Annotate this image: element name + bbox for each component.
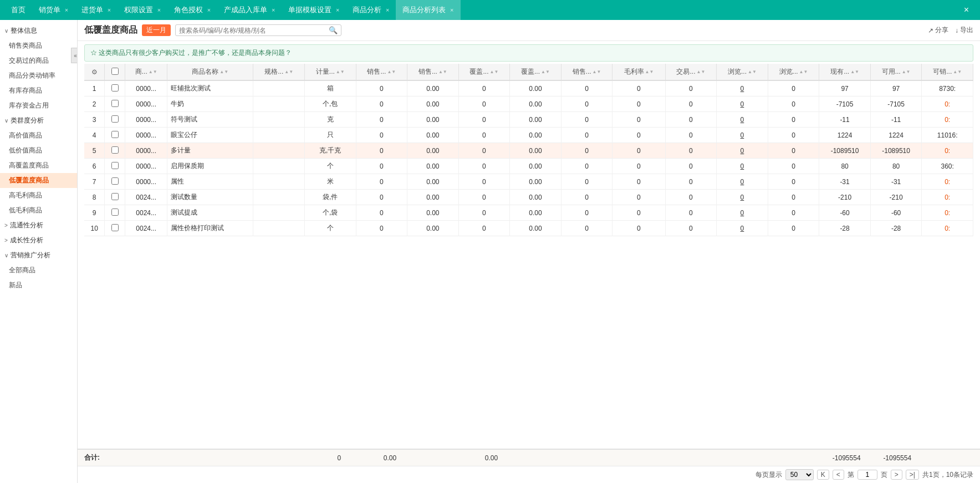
window-close-button[interactable]: ×: [957, 0, 976, 20]
sidebar-section-circulation[interactable]: > 流通性分析: [0, 218, 77, 233]
row-checkbox[interactable]: [105, 174, 125, 190]
col-available[interactable]: 可用...▲▼: [870, 64, 922, 80]
col-spec[interactable]: 规格...▲▼: [253, 64, 305, 80]
close-product-icon[interactable]: ×: [272, 7, 275, 13]
first-page-button[interactable]: K: [817, 470, 829, 480]
col-settings[interactable]: ⚙: [84, 64, 105, 80]
col-cov2[interactable]: 覆盖...▲▼: [510, 64, 562, 80]
row-browse1[interactable]: 0: [717, 128, 768, 143]
arrow-cluster-icon: ∨: [4, 118, 8, 124]
current-page-input[interactable]: [858, 470, 877, 480]
row-select-checkbox[interactable]: [111, 162, 119, 169]
close-analysis-list-icon[interactable]: ×: [450, 7, 453, 13]
row-select-checkbox[interactable]: [111, 115, 119, 123]
col-saleable[interactable]: 可销...▲▼: [922, 64, 973, 80]
period-button[interactable]: 近一月: [142, 24, 171, 36]
nav-item-home[interactable]: 首页: [4, 0, 32, 20]
row-checkbox[interactable]: [105, 190, 125, 205]
row-select-checkbox[interactable]: [111, 177, 119, 185]
nav-item-analysis-list[interactable]: 商品分析列表 ×: [396, 0, 460, 20]
sidebar-item-stock-capital[interactable]: 库存资金占用: [0, 98, 77, 113]
close-role-icon[interactable]: ×: [207, 7, 211, 13]
col-sales-qty[interactable]: 销售...▲▼: [356, 64, 407, 80]
row-checkbox[interactable]: [105, 112, 125, 128]
row-select-checkbox[interactable]: [111, 224, 119, 231]
sidebar-section-overview[interactable]: ∨ 整体信息: [0, 23, 77, 38]
col-gross[interactable]: 毛利率▲▼: [612, 64, 665, 80]
close-purchase-icon[interactable]: ×: [108, 7, 111, 13]
col-sales3[interactable]: 销售...▲▼: [561, 64, 612, 80]
close-permission-icon[interactable]: ×: [157, 7, 161, 13]
row-checkbox[interactable]: [105, 80, 125, 96]
row-select-checkbox[interactable]: [111, 84, 119, 91]
sidebar-item-low-coverage[interactable]: 低覆盖度商品: [0, 173, 77, 188]
next-page-button[interactable]: >: [891, 470, 902, 480]
sidebar-item-traded-goods[interactable]: 交易过的商品: [0, 53, 77, 68]
row-browse1[interactable]: 0: [717, 80, 768, 96]
col-name[interactable]: 商品名称▲▼: [167, 64, 253, 80]
prev-page-button[interactable]: <: [833, 470, 844, 480]
sidebar-item-high-coverage[interactable]: 高覆盖度商品: [0, 158, 77, 173]
row-checkbox[interactable]: [105, 128, 125, 143]
row-checkbox[interactable]: [105, 205, 125, 221]
col-browse2[interactable]: 浏览...▲▼: [768, 64, 819, 80]
row-browse1[interactable]: 0: [717, 221, 768, 236]
search-icon[interactable]: 🔍: [329, 26, 338, 34]
sidebar-section-marketing[interactable]: ∨ 营销推广分析: [0, 248, 77, 263]
col-sales-amt[interactable]: 销售...▲▼: [407, 64, 459, 80]
nav-item-role[interactable]: 角色授权 ×: [167, 0, 217, 20]
row-browse1[interactable]: 0: [717, 112, 768, 128]
col-code[interactable]: 商...▲▼: [125, 64, 167, 80]
row-browse1[interactable]: 0: [717, 159, 768, 174]
row-checkbox[interactable]: [105, 143, 125, 159]
sidebar-item-stock-goods[interactable]: 有库存商品: [0, 83, 77, 98]
last-page-button[interactable]: >|: [906, 470, 919, 480]
row-browse1[interactable]: 0: [717, 96, 768, 112]
row-browse1[interactable]: 0: [717, 174, 768, 190]
col-browse1[interactable]: 浏览...▲▼: [717, 64, 768, 80]
row-select-checkbox[interactable]: [111, 146, 119, 154]
export-button[interactable]: ↓ 导出: [955, 26, 973, 35]
sidebar-item-category-rate[interactable]: 商品分类动销率: [0, 68, 77, 83]
row-browse1[interactable]: 0: [717, 190, 768, 205]
close-analysis-icon[interactable]: ×: [386, 7, 389, 13]
sidebar-item-new-goods[interactable]: 新品: [0, 278, 77, 293]
sidebar-item-low-value[interactable]: 低价值商品: [0, 143, 77, 158]
col-checkbox[interactable]: [105, 64, 125, 80]
sidebar-section-growth[interactable]: > 成长性分析: [0, 233, 77, 248]
col-unit[interactable]: 计量...▲▼: [304, 64, 356, 80]
row-select-checkbox[interactable]: [111, 100, 119, 107]
sidebar-section-cluster[interactable]: ∨ 类群度分析: [0, 113, 77, 128]
row-browse1[interactable]: 0: [717, 143, 768, 159]
col-trade[interactable]: 交易...▲▼: [665, 64, 717, 80]
close-sales-icon[interactable]: ×: [65, 7, 68, 13]
nav-item-product[interactable]: 产成品入库单 ×: [217, 0, 282, 20]
sidebar-item-high-margin[interactable]: 高毛利商品: [0, 188, 77, 203]
row-checkbox[interactable]: [105, 221, 125, 236]
page-size-select[interactable]: 20 50 100: [785, 469, 814, 480]
nav-item-purchase[interactable]: 进货单 ×: [75, 0, 118, 20]
col-cov1[interactable]: 覆盖...▲▼: [458, 64, 510, 80]
table-wrapper[interactable]: ⚙ 商...▲▼ 商品名称▲▼ 规格...▲▼ 计量...▲▼ 销售...▲▼ …: [78, 64, 980, 449]
row-checkbox[interactable]: [105, 159, 125, 174]
row-select-checkbox[interactable]: [111, 209, 119, 216]
share-button[interactable]: ↗ 分享: [928, 26, 948, 35]
sidebar-item-all-goods[interactable]: 全部商品: [0, 263, 77, 278]
row-select-checkbox[interactable]: [111, 193, 119, 200]
nav-item-template[interactable]: 单据模板设置 ×: [282, 0, 346, 20]
row-select-checkbox[interactable]: [111, 131, 119, 138]
search-input[interactable]: [179, 27, 329, 34]
col-current[interactable]: 现有...▲▼: [819, 64, 871, 80]
nav-item-analysis[interactable]: 商品分析 ×: [346, 0, 396, 20]
nav-item-sales[interactable]: 销货单 ×: [32, 0, 75, 20]
sidebar-toggle[interactable]: «: [71, 48, 78, 63]
select-all-checkbox[interactable]: [111, 68, 119, 75]
sidebar-item-sales-goods[interactable]: 销售类商品: [0, 38, 77, 53]
row-browse1[interactable]: 0: [717, 205, 768, 221]
sidebar-item-high-value[interactable]: 高价值商品: [0, 128, 77, 143]
sidebar-item-low-margin[interactable]: 低毛利商品: [0, 203, 77, 218]
nav-item-permission[interactable]: 权限设置 ×: [118, 0, 167, 20]
close-template-icon[interactable]: ×: [336, 7, 339, 13]
row-unit: 袋,件: [304, 190, 356, 205]
row-checkbox[interactable]: [105, 96, 125, 112]
